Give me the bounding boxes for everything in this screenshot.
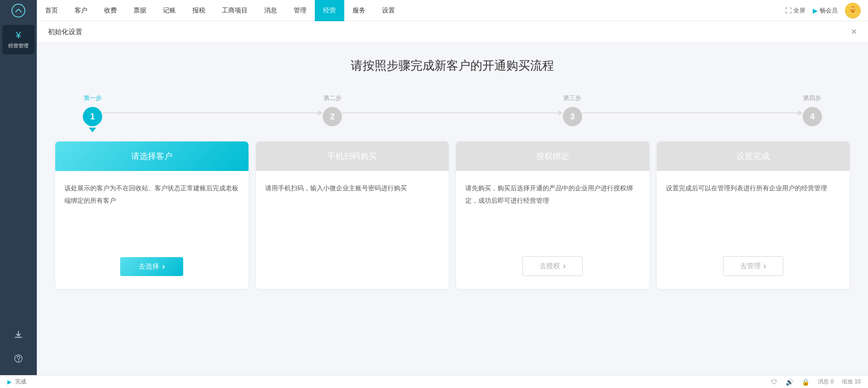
close-btn[interactable]: × <box>851 27 857 37</box>
svg-point-0 <box>12 4 25 17</box>
card-4-body: 设置完成后可以在管理列表进行所有企业用户的经营管理 <box>657 171 850 249</box>
steps-timeline: 第一步 1 第二步 2 <box>55 94 850 132</box>
svg-point-4 <box>854 7 855 9</box>
nav-item-home[interactable]: 首页 <box>37 0 66 21</box>
sidebar-item-label: 经营管理 <box>8 42 29 49</box>
connector-3 <box>582 110 803 116</box>
status-label: 完成 <box>15 378 26 386</box>
card-4: 设置完成 设置完成后可以在管理列表进行所有企业用户的经营管理 去管理 › <box>657 141 850 289</box>
arrow-icon: › <box>162 262 165 271</box>
fullscreen-icon: ⛶ <box>785 7 792 14</box>
card-4-header: 设置完成 <box>657 141 850 171</box>
step-2: 第二步 2 <box>323 94 342 126</box>
page-title: 初始化设置 <box>48 28 82 36</box>
card-3: 授权绑定 请先购买，购买后选择开通的产品中的企业用户进行授权绑定，成功后即可进行… <box>456 141 649 289</box>
step-4-label: 第四步 <box>803 94 821 102</box>
nav-item-settings[interactable]: 设置 <box>374 0 403 21</box>
play-icon[interactable]: ▶ <box>7 379 12 385</box>
lock-icon: 🔒 <box>802 378 810 386</box>
nav-item-operations[interactable]: 经营 <box>315 0 344 21</box>
step-4-circle: 4 <box>803 107 822 126</box>
zoom-level: 缩放 10 <box>842 378 861 386</box>
fullscreen-label: 全屏 <box>793 6 805 15</box>
nav-item-invoices[interactable]: 票据 <box>125 0 155 21</box>
logo[interactable] <box>0 0 37 21</box>
card-2-header: 手机扫码购买 <box>256 141 449 171</box>
status-bar-right: 🛡 🔊 🔒 消息 0 缩放 10 <box>771 378 861 386</box>
svg-point-9 <box>18 361 19 362</box>
nav-item-tax[interactable]: 报税 <box>184 0 214 21</box>
vip-label: 畅会员 <box>820 6 838 15</box>
card-4-btn[interactable]: 去管理 › <box>723 256 783 276</box>
avatar[interactable] <box>845 3 861 18</box>
layout: ¥ 经营管理 初始化设置 × 请按照步骤完成新客户的开通购买流程 <box>0 21 868 375</box>
card-1-footer: 去选择 › <box>55 250 249 289</box>
nav-item-service[interactable]: 服务 <box>344 0 374 21</box>
step-4: 第四步 4 <box>803 94 822 126</box>
nav-right: ⛶ 全屏 ▶ 畅会员 <box>785 3 868 18</box>
play-icon: ▶ <box>813 7 818 14</box>
sidebar: ¥ 经营管理 <box>0 21 37 375</box>
nav-items: 首页 客户 收费 票据 记账 报税 工商项目 消息 管理 经营 服务 设置 <box>37 0 785 21</box>
sidebar-item-operations[interactable]: ¥ 经营管理 <box>2 25 35 54</box>
main-heading: 请按照步骤完成新客户的开通购买流程 <box>55 58 850 74</box>
nav-item-bookkeeping[interactable]: 记账 <box>155 0 184 21</box>
sidebar-download[interactable] <box>9 325 28 344</box>
svg-point-5 <box>849 11 851 12</box>
svg-point-6 <box>854 11 857 12</box>
svg-point-3 <box>851 7 852 9</box>
step-1-circle: 1 <box>83 107 102 126</box>
top-nav: 首页 客户 收费 票据 记账 报税 工商项目 消息 管理 经营 服务 设置 ⛶ … <box>0 0 868 21</box>
main-content: 初始化设置 × 请按照步骤完成新客户的开通购买流程 第一步 1 <box>37 21 868 375</box>
step-1-label: 第一步 <box>84 94 102 102</box>
nav-item-messages[interactable]: 消息 <box>256 0 285 21</box>
card-3-footer: 去授权 › <box>456 249 649 289</box>
volume-icon: 🔊 <box>786 378 793 386</box>
nav-item-manage[interactable]: 管理 <box>285 0 315 21</box>
card-2-footer <box>256 269 449 289</box>
card-4-footer: 去管理 › <box>657 249 850 289</box>
arrow-icon-3: › <box>563 261 566 271</box>
card-1: 请选择客户 该处展示的客户为不在回收站、客户状态正常建账后完成老板端绑定的所有客… <box>55 141 249 289</box>
card-1-btn[interactable]: 去选择 › <box>120 257 183 276</box>
step-3-label: 第三步 <box>563 94 581 102</box>
svg-rect-7 <box>15 337 22 338</box>
step-3-circle: 3 <box>563 107 582 126</box>
chat-count: 消息 0 <box>818 378 833 386</box>
nav-item-customers[interactable]: 客户 <box>66 0 96 21</box>
card-2-body: 请用手机扫码，输入小微企业主账号密码进行购买 <box>256 171 449 269</box>
status-bar: ▶ 完成 🛡 🔊 🔒 消息 0 缩放 10 <box>0 375 868 388</box>
step-3: 第三步 3 <box>563 94 582 126</box>
connector-2 <box>342 110 562 116</box>
card-3-body: 请先购买，购买后选择开通的产品中的企业用户进行授权绑定，成功后即可进行经营管理 <box>456 171 649 249</box>
nav-item-fees[interactable]: 收费 <box>96 0 125 21</box>
shield-icon: 🛡 <box>771 378 777 386</box>
content-area: 请按照步骤完成新客户的开通购买流程 第一步 1 第二步 2 <box>37 43 868 298</box>
vip-btn[interactable]: ▶ 畅会员 <box>813 6 838 15</box>
fullscreen-btn[interactable]: ⛶ 全屏 <box>785 6 805 15</box>
nav-item-business[interactable]: 工商项目 <box>214 0 256 21</box>
page-header: 初始化设置 × <box>37 21 868 43</box>
card-2: 手机扫码购买 请用手机扫码，输入小微企业主账号密码进行购买 <box>256 141 449 289</box>
arrow-icon-4: › <box>764 261 766 271</box>
cards-row: 请选择客户 该处展示的客户为不在回收站、客户状态正常建账后完成老板端绑定的所有客… <box>55 141 850 289</box>
card-1-header: 请选择客户 <box>55 141 249 171</box>
card-3-header: 授权绑定 <box>456 141 649 171</box>
sidebar-support[interactable] <box>9 349 28 368</box>
step-2-circle: 2 <box>323 107 342 126</box>
connector-1 <box>102 110 323 116</box>
status-bar-left: ▶ 完成 <box>7 378 767 386</box>
step-2-label: 第二步 <box>324 94 341 102</box>
money-icon: ¥ <box>16 30 21 41</box>
card-1-body: 该处展示的客户为不在回收站、客户状态正常建账后完成老板端绑定的所有客户 <box>55 171 249 250</box>
card-3-btn[interactable]: 去授权 › <box>522 256 583 276</box>
step-1: 第一步 1 <box>83 94 102 132</box>
